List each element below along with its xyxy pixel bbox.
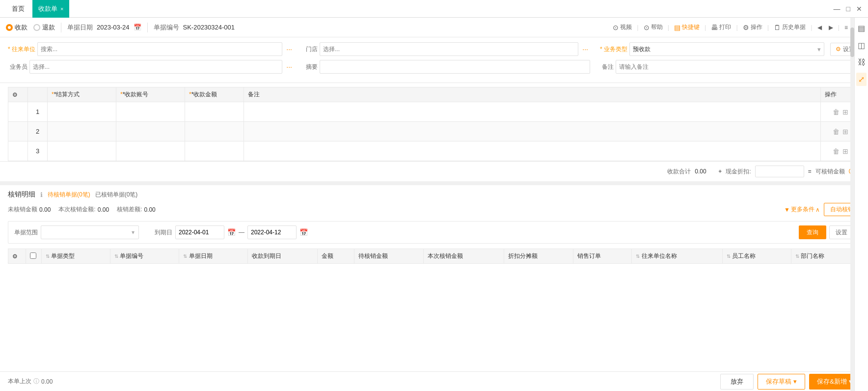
save-draft-label: 保存草稿 bbox=[766, 377, 791, 386]
remark-input[interactable] bbox=[616, 60, 860, 74]
summary-row: 收款合计 0.00 + 现金折扣: = 可核销金额 0.00 bbox=[0, 161, 868, 181]
radio-refund[interactable]: 退款 bbox=[33, 23, 55, 32]
shortcut-icon: ▤ bbox=[674, 24, 680, 31]
divider-1 bbox=[61, 23, 61, 32]
th-account: **收款账号 bbox=[116, 87, 185, 102]
radio-receive[interactable]: 收款 bbox=[6, 23, 27, 32]
operate-button[interactable]: ⚙ 操作 bbox=[741, 22, 764, 32]
due-date-start-input[interactable] bbox=[175, 225, 224, 239]
calendar-start-icon[interactable]: 📅 bbox=[227, 228, 236, 236]
maximize-button[interactable]: □ bbox=[844, 4, 852, 14]
pending-tab[interactable]: 待核销单据(0笔) bbox=[48, 191, 90, 199]
done-tab[interactable]: 已核销单据(0笔) bbox=[95, 191, 138, 199]
scrollbar[interactable] bbox=[850, 18, 854, 391]
counterparty-more-icon[interactable]: ··· bbox=[284, 45, 294, 53]
doc-date-value[interactable]: 2023-03-24 bbox=[97, 24, 130, 31]
td-remark-3[interactable] bbox=[244, 141, 821, 161]
td-amount-1[interactable] bbox=[185, 102, 244, 122]
history-icon: 🗒 bbox=[774, 24, 781, 31]
due-date-end-input[interactable] bbox=[247, 225, 297, 239]
td-settle-3[interactable] bbox=[48, 141, 116, 161]
bth-amount: 金额 bbox=[317, 249, 354, 264]
td-settings-3 bbox=[8, 141, 28, 161]
history-button[interactable]: 🗒 历史单据 bbox=[772, 22, 808, 32]
tab-bar: 首页 收款单 × — □ ✕ bbox=[0, 0, 868, 18]
filter-icon: ▼ bbox=[784, 206, 790, 213]
td-settings-1 bbox=[8, 102, 28, 122]
diff-value: 0.00 bbox=[144, 206, 155, 213]
next-button[interactable]: ▶ bbox=[827, 23, 835, 32]
minimize-button[interactable]: — bbox=[832, 4, 842, 14]
help-button[interactable]: ⊙ 帮助 bbox=[642, 22, 665, 32]
delete-icon-1[interactable]: 🗑 bbox=[833, 108, 840, 116]
delete-icon-2[interactable]: 🗑 bbox=[833, 128, 840, 136]
td-settle-2[interactable] bbox=[48, 122, 116, 141]
doc-no-field: 单据编号 SK-20230324-001 bbox=[154, 23, 235, 32]
td-settle-1[interactable] bbox=[48, 102, 116, 122]
close-window-button[interactable]: ✕ bbox=[854, 4, 864, 14]
copy-icon-2[interactable]: ⊞ bbox=[842, 128, 848, 136]
copy-icon-3[interactable]: ⊞ bbox=[842, 147, 848, 155]
tab-receipt[interactable]: 收款单 × bbox=[32, 0, 69, 18]
summary-label: 摘要 bbox=[304, 63, 318, 71]
calendar-icon[interactable]: 📅 bbox=[134, 24, 141, 31]
td-account-3[interactable] bbox=[116, 141, 185, 161]
scrollbar-thumb[interactable] bbox=[850, 28, 854, 57]
th-settings[interactable]: ⚙ bbox=[8, 87, 28, 102]
verify-section: 核销明细 ℹ 待核销单据(0笔) 已核销单据(0笔) 未核销金额 0.00 本次… bbox=[0, 181, 868, 269]
select-all-checkbox[interactable] bbox=[30, 252, 36, 259]
business-type-select[interactable]: 预收款 ▾ bbox=[629, 42, 824, 56]
td-amount-2[interactable] bbox=[185, 122, 244, 141]
form-section: * 往来单位 ··· 门店 ··· * 业务类型 预收款 ▾ ⚙ 设置 bbox=[0, 37, 868, 83]
print-icon: 🖶 bbox=[711, 24, 718, 31]
discount-input[interactable] bbox=[755, 166, 804, 177]
calendar-end-icon[interactable]: 📅 bbox=[299, 228, 308, 236]
gear-icon: ⚙ bbox=[836, 46, 841, 53]
bth-checkbox bbox=[26, 249, 42, 264]
sidebar-icon-table[interactable]: ▤ bbox=[856, 22, 867, 35]
range-select[interactable]: ▾ bbox=[41, 225, 139, 239]
counterparty-field: * 往来单位 ··· bbox=[8, 42, 294, 56]
th-amount: **收款金额 bbox=[185, 87, 244, 102]
copy-icon-1[interactable]: ⊞ bbox=[842, 108, 848, 116]
salesperson-more-icon[interactable]: ··· bbox=[284, 63, 294, 71]
bottom-buttons: 放弃 保存草稿 ▾ 保存&新增 ▾ bbox=[720, 374, 860, 390]
more-conditions-button[interactable]: ▼ 更多条件 ∧ bbox=[784, 205, 820, 214]
td-remark-2[interactable] bbox=[244, 122, 821, 141]
business-type-value: 预收款 bbox=[633, 45, 651, 54]
prev-button[interactable]: ◀ bbox=[815, 23, 824, 32]
verify-info-icon[interactable]: ℹ bbox=[40, 191, 43, 198]
summary-input[interactable] bbox=[320, 60, 590, 74]
store-input[interactable] bbox=[320, 42, 578, 56]
store-field: 门店 ··· bbox=[304, 42, 590, 56]
abandon-button[interactable]: 放弃 bbox=[720, 374, 754, 390]
counterparty-input[interactable] bbox=[37, 42, 282, 56]
sidebar-icon-link[interactable]: ⛓ bbox=[856, 56, 868, 69]
sidebar-icon-doc[interactable]: ◫ bbox=[856, 39, 867, 52]
last-order-info: 本单上次 ⓘ 0.00 bbox=[8, 377, 53, 386]
delete-icon-3[interactable]: 🗑 bbox=[833, 147, 840, 155]
verify-header: 核销明细 ℹ 待核销单据(0笔) 已核销单据(0笔) bbox=[8, 190, 860, 199]
uncancelled-stat: 未核销金额 0.00 bbox=[8, 205, 51, 214]
tab-home[interactable]: 首页 bbox=[4, 0, 32, 18]
store-more-icon[interactable]: ··· bbox=[580, 45, 590, 53]
video-button[interactable]: ⊙ 视频 bbox=[611, 22, 634, 32]
td-account-2[interactable] bbox=[116, 122, 185, 141]
shortcut-button[interactable]: ▤ 快捷键 bbox=[672, 22, 702, 32]
tab-close-icon[interactable]: × bbox=[60, 0, 63, 18]
save-draft-button[interactable]: 保存草稿 ▾ bbox=[758, 374, 805, 390]
due-date-label: 到期日 bbox=[155, 228, 172, 237]
bth-settings[interactable]: ⚙ bbox=[8, 249, 26, 264]
sidebar-icon-expand[interactable]: ⤢ bbox=[856, 73, 867, 86]
uncancelled-label: 未核销金额 bbox=[8, 205, 37, 214]
td-remark-1[interactable] bbox=[244, 102, 821, 122]
query-button[interactable]: 查询 bbox=[799, 225, 826, 239]
salesperson-input[interactable] bbox=[29, 60, 282, 74]
business-type-chevron: ▾ bbox=[817, 46, 821, 53]
last-order-info-icon[interactable]: ⓘ bbox=[33, 377, 39, 386]
td-account-1[interactable] bbox=[116, 102, 185, 122]
list-view-button[interactable]: ≡ bbox=[842, 23, 850, 32]
print-button[interactable]: 🖶 打印 bbox=[709, 22, 733, 32]
bth-pending: 待核销金额 bbox=[354, 249, 424, 264]
td-amount-3[interactable] bbox=[185, 141, 244, 161]
